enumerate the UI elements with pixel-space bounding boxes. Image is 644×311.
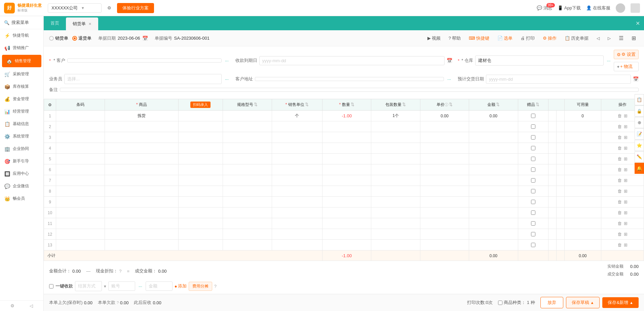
notes-input[interactable]	[60, 88, 639, 92]
settlement-method-arrow[interactable]: ▾	[104, 284, 106, 289]
del-8[interactable]: 🗑	[617, 189, 622, 194]
cell-spec-col-1[interactable]	[178, 111, 223, 121]
customer-more-btn[interactable]: ···	[224, 58, 230, 63]
expected-date-input[interactable]: yyyy-mm-dd	[486, 75, 631, 84]
save-new-arrow[interactable]: ▲	[630, 301, 633, 305]
one-key-payment-checkbox[interactable]	[49, 284, 53, 288]
sidebar-item-guide[interactable]: 🎯 新手引导	[0, 155, 43, 167]
add-payment-btn[interactable]: ● 添加	[175, 283, 187, 289]
product-type-checkbox[interactable]	[498, 301, 502, 305]
shortage-help-icon[interactable]: ?	[117, 301, 119, 305]
settlement-method-input[interactable]: 结算方式	[75, 281, 102, 291]
del-4[interactable]: 🗑	[617, 146, 622, 151]
number-value[interactable]: SA-20230606-001	[174, 36, 210, 41]
message-btn[interactable]: 💬 消息 99+	[537, 5, 552, 11]
print-btn[interactable]: 🖨 打印	[518, 34, 537, 43]
copy-7[interactable]: ⊞	[624, 178, 628, 183]
copy-9[interactable]: ⊞	[624, 199, 628, 204]
del-7[interactable]: 🗑	[617, 178, 622, 183]
tab-home[interactable]: 首页	[44, 16, 66, 30]
copy-6[interactable]: ⊞	[624, 167, 628, 172]
unit-sort-icon[interactable]: ⇅	[305, 102, 309, 107]
sidebar-item-finance[interactable]: 💰 资金管理	[0, 93, 43, 105]
cell-pkg-1[interactable]: 1个	[371, 111, 420, 121]
salesman-more-btn[interactable]: ···	[224, 77, 230, 82]
gift-cb-5[interactable]	[531, 157, 535, 161]
date-value[interactable]: 2023-06-06	[118, 36, 140, 41]
cell-gift-1[interactable]	[518, 111, 548, 121]
spec-sort-icon[interactable]: ⇅	[254, 102, 258, 107]
gift-cb-10[interactable]	[531, 210, 535, 215]
sidebar-item-appstore[interactable]: 🔲 应用中心	[0, 167, 43, 180]
top-settings-btn[interactable]: ⚙	[104, 3, 114, 13]
del-13[interactable]: 🗑	[617, 242, 622, 247]
gift-cb-9[interactable]	[531, 200, 535, 204]
address-more-btn[interactable]: ···	[446, 77, 452, 82]
right-btn-3[interactable]: ⊕	[635, 117, 644, 128]
warehouse-input[interactable]: 建材仓	[475, 55, 604, 66]
cell-amount-1[interactable]: 0.00	[469, 111, 518, 121]
del-2[interactable]: 🗑	[617, 124, 622, 129]
gift-cb-2[interactable]	[531, 124, 535, 129]
sidebar-item-enterprise[interactable]: 🏢 企业协同	[0, 143, 43, 155]
sidebar-item-inventory[interactable]: 📦 库存核算	[0, 80, 43, 93]
gift-cb-13[interactable]	[531, 243, 535, 247]
copy-5[interactable]: ⊞	[624, 156, 628, 161]
copy-10[interactable]: ⊞	[624, 210, 628, 215]
del-11[interactable]: 🗑	[617, 221, 622, 226]
right-btn-2[interactable]: 🔒	[635, 106, 644, 117]
gift-cb-7[interactable]	[531, 178, 535, 183]
del-5[interactable]: 🗑	[617, 156, 622, 161]
expense-help-icon[interactable]: ?	[214, 284, 217, 289]
expense-btn[interactable]: 费用分摊	[189, 282, 212, 291]
sidebar-collapse-icon[interactable]: ◁	[30, 303, 33, 308]
gift-cb-4[interactable]	[531, 146, 535, 150]
price-info-icon[interactable]: ⓘ	[445, 103, 448, 107]
save-draft-button[interactable]: 保存草稿 ▲	[566, 297, 600, 308]
copy-4[interactable]: ⊞	[624, 146, 628, 151]
sidebar-settings-icon[interactable]: ⚙	[10, 303, 14, 308]
online-service-btn[interactable]: 👤 在线客服	[586, 5, 610, 11]
due-date-calendar-icon[interactable]: 📅	[447, 58, 452, 63]
sidebar-item-wechat[interactable]: 💬 企业微信	[0, 180, 43, 192]
list-view-btn[interactable]: ☰	[616, 34, 626, 43]
user-avatar[interactable]	[616, 3, 625, 13]
cell-qty-1[interactable]: -1.00	[322, 111, 371, 121]
pick-btn[interactable]: 📄 选单	[495, 34, 515, 43]
cell-price-1[interactable]: 0.00	[420, 111, 469, 121]
logistics-btn[interactable]: + + 物流	[614, 62, 639, 71]
right-btn-5[interactable]: ⭐	[635, 140, 644, 151]
cell-spec-1[interactable]	[223, 111, 272, 121]
right-btn-7[interactable]: 🔔	[635, 163, 644, 174]
company-select[interactable]: XXXXXX公司 ▾	[48, 3, 102, 13]
pkg-sort-icon[interactable]: ⇅	[402, 102, 406, 107]
cell-barcode-1[interactable]	[56, 111, 105, 121]
copy-8[interactable]: ⊞	[624, 189, 628, 194]
cell-unit-1[interactable]: 个	[272, 111, 322, 121]
gift-sort-icon[interactable]: ⇅	[536, 102, 539, 107]
sidebar-item-basic[interactable]: 📋 基础信息	[0, 118, 43, 130]
expected-date-calendar-icon[interactable]: 📅	[633, 76, 639, 82]
copy-2[interactable]: ⊞	[624, 124, 628, 129]
radio-return-order[interactable]: 退货单	[72, 35, 91, 41]
del-9[interactable]: 🗑	[617, 199, 622, 204]
save-draft-arrow[interactable]: ▲	[591, 301, 594, 305]
sidebar-item-marketing[interactable]: 📢 营销推广	[0, 42, 43, 54]
radio-sales-order[interactable]: 销货单	[49, 35, 68, 41]
sidebar-item-quick-nav[interactable]: ⚡ 快捷导航	[0, 29, 43, 42]
gift-cb-12[interactable]	[531, 232, 535, 236]
save-new-button[interactable]: 保存&新增 ▲	[602, 297, 639, 308]
grid-view-btn[interactable]: ⊞	[629, 34, 639, 43]
salesman-input[interactable]: 选择...	[64, 74, 222, 84]
qty-sort-icon[interactable]: ⇅	[351, 102, 354, 107]
cell-product-1[interactable]: 拣货	[105, 111, 178, 121]
th-scan[interactable]: 扫码录入	[178, 99, 223, 111]
sidebar-search[interactable]: 🔍 搜索菜单	[0, 16, 43, 29]
right-btn-1[interactable]: 📋	[635, 94, 644, 105]
del-12[interactable]: 🗑	[617, 232, 622, 237]
prev-btn[interactable]: ◁	[594, 35, 602, 42]
delete-btn-1[interactable]: 🗑	[617, 113, 622, 118]
customer-address-input[interactable]	[255, 77, 444, 81]
next-btn[interactable]: ▷	[605, 35, 613, 42]
sidebar-item-member[interactable]: 👑 畅会员	[0, 192, 43, 205]
